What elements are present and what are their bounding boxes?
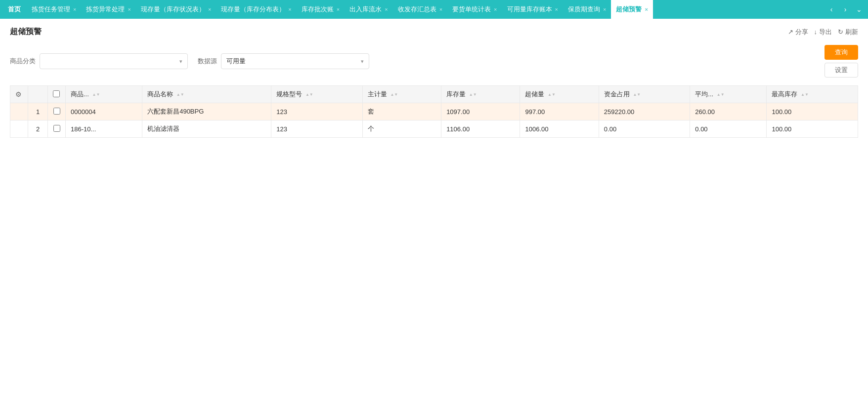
sort-icon-product-name: ▲▼ [176,93,184,97]
row-product-code: 186-10... [66,120,142,138]
th-avg[interactable]: 平均... ▲▼ [690,86,767,103]
datasource-filter-group: 数据源 可用量 ▾ [198,53,369,69]
row-product-name: 机油滤清器 [142,120,271,138]
th-overstock[interactable]: 超储量 ▲▼ [520,86,599,103]
nav-tab-5[interactable]: 出入库流水 × [345,0,392,19]
sort-icon-capital: ▲▼ [633,93,641,97]
gear-icon[interactable]: ⚙ [15,90,22,98]
settings-button[interactable]: 设置 [825,63,858,78]
sort-icon-spec: ▲▼ [305,93,313,97]
nav-tab-9[interactable]: 保质期查询 × [563,0,611,19]
nav-tab-3[interactable]: 现存量（库存分布表） × [216,0,296,19]
sort-icon-stock: ▲▼ [469,93,477,97]
chevron-down-icon: ▾ [179,58,182,65]
sort-icon-product-code: ▲▼ [92,93,100,97]
nav-home[interactable]: 首页 [2,0,27,19]
header-actions: ↗ 分享 ↓ 导出 ↻ 刷新 [788,28,859,37]
datasource-chevron-icon: ▾ [361,58,364,65]
th-index [28,86,48,103]
row-avg: 260.00 [690,103,767,120]
nav-tab-2[interactable]: 现存量（库存状况表） × [136,0,216,19]
query-button[interactable]: 查询 [825,45,858,60]
nav-close-2[interactable]: × [208,6,211,12]
sort-icon-overstock: ▲▼ [548,93,556,97]
nav-tab-7[interactable]: 要货单统计表 × [447,0,502,19]
category-label: 商品分类 [10,57,36,66]
nav-menu-arrow[interactable]: ⌄ [852,0,866,19]
nav-tab-4[interactable]: 库存批次账 × [297,0,345,19]
nav-arrows: ‹ › ⌄ [825,0,866,19]
refresh-button[interactable]: ↻ 刷新 [838,28,858,37]
row-stock: 1106.00 [441,120,520,138]
nav-tab-8[interactable]: 可用量库存账本 × [502,0,563,19]
table-row: 2 186-10... 机油滤清器 123 个 1106.00 1006.00 … [10,120,858,138]
datasource-select[interactable]: 可用量 ▾ [221,53,369,69]
row-overstock: 997.00 [520,103,599,120]
nav-close-7[interactable]: × [494,6,497,12]
page-content: 超储预警 ↗ 分享 ↓ 导出 ↻ 刷新 商品分类 ▾ 数据源 [0,19,868,395]
row-stock: 1097.00 [441,103,520,120]
row-settings-cell [10,120,28,138]
row-index: 1 [28,103,48,120]
nav-prev-arrow[interactable]: ‹ [825,0,838,19]
filter-bar: 商品分类 ▾ 数据源 可用量 ▾ 查询 设置 [10,45,858,78]
action-buttons: 查询 设置 [825,45,858,78]
th-spec[interactable]: 规格型号 ▲▼ [271,86,362,103]
datasource-label: 数据源 [198,57,217,66]
nav-close-0[interactable]: × [73,6,76,12]
nav-tab-10[interactable]: 超储预警 × [611,0,652,19]
th-product-name[interactable]: 商品名称 ▲▼ [142,86,271,103]
row-max-stock: 100.00 [767,120,858,138]
nav-close-5[interactable]: × [385,6,388,12]
sort-icon-unit: ▲▼ [390,93,398,97]
row-max-stock: 100.00 [767,103,858,120]
table-row: 1 0000004 六配套新昌490BPG 123 套 1097.00 997.… [10,103,858,120]
nav-tab-6[interactable]: 收发存汇总表 × [393,0,447,19]
nav-close-1[interactable]: × [128,6,130,12]
sort-icon-avg: ▲▼ [717,93,725,97]
th-checkbox[interactable] [48,86,66,103]
row-product-code: 0000004 [66,103,142,120]
row-spec: 123 [271,103,362,120]
category-filter-group: 商品分类 ▾ [10,53,188,69]
th-capital[interactable]: 资金占用 ▲▼ [599,86,690,103]
row-checkbox[interactable] [53,108,60,115]
th-unit[interactable]: 主计量 ▲▼ [362,86,441,103]
row-capital: 259220.00 [599,103,690,120]
row-index: 2 [28,120,48,138]
row-spec: 123 [271,120,362,138]
row-unit: 个 [362,120,441,138]
nav-tab-0[interactable]: 拣货任务管理 × [27,0,81,19]
export-icon: ↓ [814,28,818,36]
th-stock[interactable]: 库存量 ▲▼ [441,86,520,103]
row-checkbox-cell[interactable] [48,103,66,120]
nav-close-10[interactable]: × [645,6,648,12]
select-all-checkbox[interactable] [53,90,60,97]
share-icon: ↗ [788,28,793,36]
row-checkbox[interactable] [53,125,60,132]
share-button[interactable]: ↗ 分享 [788,28,808,37]
th-product-code[interactable]: 商品... ▲▼ [66,86,142,103]
nav-next-arrow[interactable]: › [838,0,852,19]
nav-tab-1[interactable]: 拣货异常处理 × [81,0,135,19]
export-button[interactable]: ↓ 导出 [814,28,832,37]
page-title: 超储预警 [10,27,42,37]
refresh-icon: ↻ [838,28,843,36]
nav-close-6[interactable]: × [439,6,442,12]
th-max-stock[interactable]: 最高库存 ▲▼ [767,86,858,103]
row-overstock: 1006.00 [520,120,599,138]
nav-close-4[interactable]: × [337,6,340,12]
row-settings-cell [10,103,28,120]
sort-icon-max-stock: ▲▼ [801,93,809,97]
table-header-row: ⚙ 商品... ▲▼ 商品名称 ▲▼ 规格型号 ▲▼ [10,86,858,103]
page-header: 超储预警 ↗ 分享 ↓ 导出 ↻ 刷新 [10,27,858,37]
nav-close-3[interactable]: × [288,6,291,12]
nav-close-8[interactable]: × [555,6,558,12]
row-unit: 套 [362,103,441,120]
row-avg: 0.00 [690,120,767,138]
top-nav: 首页 拣货任务管理 × 拣货异常处理 × 现存量（库存状况表） × 现存量（库存… [0,0,868,19]
row-checkbox-cell[interactable] [48,120,66,138]
th-settings[interactable]: ⚙ [10,86,28,103]
nav-close-9[interactable]: × [603,6,606,12]
category-select[interactable]: ▾ [40,53,188,69]
